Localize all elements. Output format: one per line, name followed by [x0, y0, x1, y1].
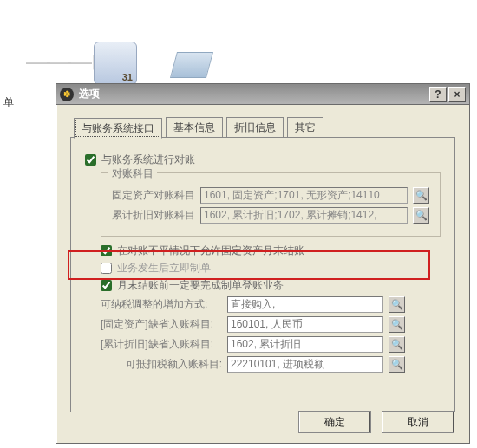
chk-allow-month-close[interactable]: 在对账不平情况下允许固定资产月末结账 [101, 243, 441, 258]
dialog-content: 与账务系统接口 基本信息 折旧信息 其它 与账务系统进行对账 对账科目 固定资产… [56, 105, 469, 421]
chk-sync-with-finance[interactable]: 与账务系统进行对账 [85, 153, 441, 167]
tab-basic-info[interactable]: 基本信息 [166, 117, 223, 138]
tab-depreciation-info[interactable]: 折旧信息 [226, 117, 284, 138]
bg-card-icon [170, 52, 213, 78]
chk-make-voucher[interactable]: 业务发生后立即制单 [101, 261, 441, 276]
help-button[interactable]: ? [429, 87, 447, 102]
row-depr-default: [累计折旧]缺省入账科目: 1602, 累计折旧 🔍 [101, 336, 441, 353]
chk-allow-month-close-box[interactable] [101, 245, 112, 256]
chk-allow-month-close-label: 在对账不平情况下允许固定资产月末结账 [117, 243, 304, 258]
deduct-label: 可抵扣税额入账科目: [101, 357, 222, 372]
dialog-buttons: 确定 取消 [299, 412, 454, 432]
bg-partial-label: 单 [3, 95, 14, 110]
bg-calendar-icon [94, 42, 137, 85]
magnifier-icon: 🔍 [391, 339, 403, 350]
depr-default-lookup[interactable]: 🔍 [389, 336, 405, 353]
group-reconcile-subject: 对账科目 固定资产对账科目 1601, 固定资产;1701, 无形资产;1411… [101, 172, 441, 237]
ok-button[interactable]: 确定 [299, 412, 370, 432]
asset-subject-lookup[interactable]: 🔍 [413, 187, 429, 204]
tab-finance-interface[interactable]: 与账务系统接口 [74, 118, 162, 139]
close-button[interactable]: × [448, 87, 466, 102]
cancel-button[interactable]: 取消 [382, 412, 454, 432]
row-asset-default: [固定资产]缺省入账科目: 160101, 人民币 🔍 [101, 316, 441, 333]
asset-subject-field[interactable]: 1601, 固定资产;1701, 无形资产;14110 [200, 187, 408, 204]
chk-sync-with-finance-label: 与账务系统进行对账 [101, 153, 195, 167]
chk-monthend-voucher-label: 月末结账前一定要完成制单登账业务 [117, 278, 284, 293]
tax-method-lookup[interactable]: 🔍 [389, 296, 405, 313]
tax-method-label: 可纳税调整的增加方式: [101, 297, 222, 312]
chk-monthend-voucher[interactable]: 月末结账前一定要完成制单登账业务 [101, 278, 441, 293]
form-rows: 可纳税调整的增加方式: 直接购入, 🔍 [固定资产]缺省入账科目: 160101… [101, 296, 441, 373]
depr-subject-field[interactable]: 1602, 累计折旧;1702, 累计摊销;1412, [200, 207, 408, 224]
magnifier-icon: 🔍 [415, 210, 428, 221]
magnifier-icon: 🔍 [391, 299, 403, 310]
group-legend: 对账科目 [108, 166, 157, 181]
asset-default-lookup[interactable]: 🔍 [389, 316, 405, 333]
tabstrip: 与账务系统接口 基本信息 折旧信息 其它 [70, 117, 455, 138]
dialog-title: 选项 [79, 87, 428, 101]
row-asset-subject: 固定资产对账科目 1601, 固定资产;1701, 无形资产;14110 🔍 [112, 187, 429, 204]
chk-make-voucher-box[interactable] [101, 263, 112, 274]
chk-sync-with-finance-box[interactable] [85, 154, 96, 166]
chk-make-voucher-label: 业务发生后立即制单 [117, 261, 211, 276]
row-depr-subject: 累计折旧对账科目 1602, 累计折旧;1702, 累计摊销;1412, 🔍 [112, 207, 429, 224]
chk-monthend-voucher-box[interactable] [101, 280, 112, 291]
row-deduct: 可抵扣税额入账科目: 22210101, 进项税额 🔍 [101, 356, 441, 373]
magnifier-icon: 🔍 [415, 190, 428, 201]
dialog-sys-icon: ✽ [60, 88, 74, 101]
depr-subject-label: 累计折旧对账科目 [112, 208, 195, 223]
depr-subject-lookup[interactable]: 🔍 [413, 207, 429, 224]
depr-default-label: [累计折旧]缺省入账科目: [101, 337, 222, 352]
tab-other[interactable]: 其它 [287, 117, 323, 138]
magnifier-icon: 🔍 [391, 319, 403, 330]
deduct-field[interactable]: 22210101, 进项税额 [227, 356, 383, 373]
tab-panel: 与账务系统进行对账 对账科目 固定资产对账科目 1601, 固定资产;1701,… [70, 137, 455, 412]
depr-default-field[interactable]: 1602, 累计折旧 [227, 336, 383, 353]
asset-default-label: [固定资产]缺省入账科目: [101, 317, 222, 332]
row-tax-method: 可纳税调整的增加方式: 直接购入, 🔍 [101, 296, 441, 313]
tax-method-field[interactable]: 直接购入, [227, 296, 383, 313]
magnifier-icon: 🔍 [391, 359, 403, 370]
asset-default-field[interactable]: 160101, 人民币 [227, 316, 383, 333]
options-dialog: ✽ 选项 ? × 与账务系统接口 基本信息 折旧信息 其它 与账务系统进行对账 … [56, 83, 470, 444]
deduct-lookup[interactable]: 🔍 [389, 356, 405, 373]
titlebar: ✽ 选项 ? × [56, 84, 469, 105]
asset-subject-label: 固定资产对账科目 [112, 188, 195, 203]
